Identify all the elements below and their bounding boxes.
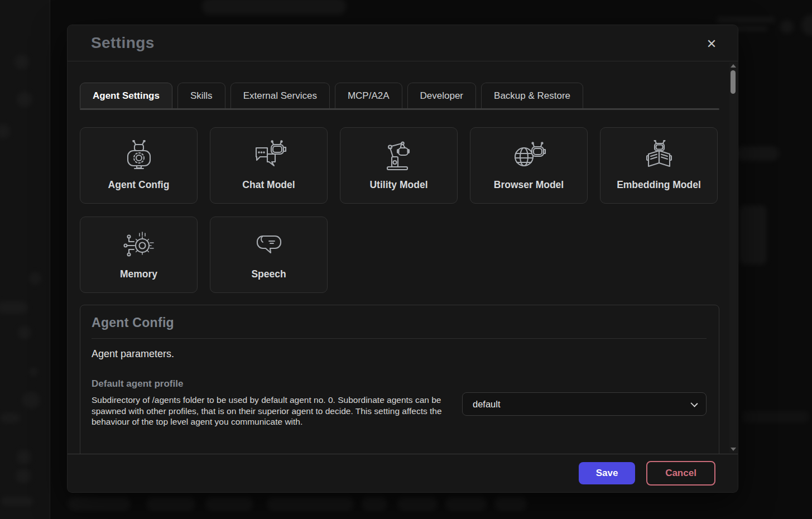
dimmed-chip bbox=[146, 497, 195, 511]
tab-backup-restore[interactable]: Backup & Restore bbox=[481, 83, 583, 108]
globe-robot-icon bbox=[511, 140, 547, 172]
dimmed-topbar-element bbox=[202, 0, 346, 15]
card-speech[interactable]: Speech bbox=[210, 217, 328, 293]
cancel-button[interactable]: Cancel bbox=[646, 461, 715, 486]
agent-config-section: Agent Config Agent parameters. Default a… bbox=[80, 305, 719, 454]
dimmed-chip bbox=[494, 497, 527, 511]
card-label: Agent Config bbox=[108, 179, 170, 191]
modal-scrollbar[interactable] bbox=[729, 63, 737, 453]
dimmed-right-panel bbox=[741, 411, 809, 423]
tab-underline bbox=[80, 108, 719, 110]
tab-mcp-a2a[interactable]: MCP/A2A bbox=[335, 83, 402, 108]
chat-bubbles-robot-icon bbox=[251, 140, 287, 172]
card-label: Memory bbox=[120, 268, 157, 280]
section-subtitle: Agent parameters. bbox=[92, 348, 707, 360]
field-text: Default agent profile Subdirectory of /a… bbox=[92, 378, 460, 427]
card-label: Browser Model bbox=[494, 179, 564, 191]
field-label: Default agent profile bbox=[92, 378, 460, 390]
dimmed-right-pill bbox=[736, 146, 779, 161]
settings-modal: Settings ✕ Agent Settings Skills Externa… bbox=[68, 25, 738, 492]
card-utility-model[interactable]: Utility Model bbox=[340, 127, 458, 204]
section-title: Agent Config bbox=[92, 315, 707, 330]
select-value: default bbox=[473, 399, 501, 410]
modal-title: Settings bbox=[91, 34, 155, 52]
dimmed-chip bbox=[68, 497, 131, 511]
scrollbar-thumb[interactable] bbox=[731, 70, 736, 94]
card-label: Utility Model bbox=[369, 179, 427, 191]
field-control: default bbox=[462, 392, 707, 416]
dimmed-chip bbox=[445, 497, 487, 511]
tab-skills[interactable]: Skills bbox=[177, 83, 225, 108]
settings-category-grid: Agent Config Chat Model bbox=[80, 127, 719, 293]
card-memory[interactable]: Memory bbox=[80, 217, 198, 293]
card-browser-model[interactable]: Browser Model bbox=[470, 127, 588, 204]
modal-footer: Save Cancel bbox=[68, 454, 738, 492]
dimmed-sidebar bbox=[0, 0, 50, 519]
default-agent-profile-field: Default agent profile Subdirectory of /a… bbox=[92, 378, 707, 427]
scroll-up-icon[interactable] bbox=[731, 64, 736, 68]
section-divider bbox=[92, 338, 707, 339]
modal-body: Agent Settings Skills External Services … bbox=[68, 61, 738, 454]
dimmed-right-panel bbox=[739, 205, 767, 265]
dimmed-avatar bbox=[801, 15, 812, 36]
speech-bubble-icon bbox=[251, 229, 287, 262]
circuit-gear-icon bbox=[121, 229, 157, 262]
card-embedding-model[interactable]: Embedding Model bbox=[600, 127, 718, 204]
robot-book-icon bbox=[641, 140, 678, 172]
default-agent-profile-select[interactable]: default bbox=[462, 392, 707, 416]
app-screen: Settings ✕ Agent Settings Skills Externa… bbox=[0, 0, 812, 519]
card-label: Embedding Model bbox=[617, 179, 701, 191]
scroll-down-icon[interactable] bbox=[731, 448, 736, 451]
close-icon[interactable]: ✕ bbox=[702, 34, 721, 53]
tab-external-services[interactable]: External Services bbox=[230, 83, 330, 108]
robot-gear-icon bbox=[121, 140, 157, 172]
robot-arm-icon bbox=[381, 140, 417, 172]
card-label: Chat Model bbox=[242, 179, 295, 191]
dimmed-chip bbox=[397, 497, 438, 511]
card-label: Speech bbox=[251, 268, 286, 280]
dimmed-chip bbox=[205, 497, 253, 511]
tab-agent-settings[interactable]: Agent Settings bbox=[80, 83, 172, 108]
chevron-down-icon bbox=[690, 400, 698, 407]
card-agent-config[interactable]: Agent Config bbox=[80, 127, 198, 204]
save-button[interactable]: Save bbox=[579, 462, 635, 484]
modal-header: Settings ✕ bbox=[68, 25, 738, 61]
dimmed-avatar bbox=[780, 20, 794, 33]
field-description: Subdirectory of /agents folder to be use… bbox=[92, 395, 453, 427]
dimmed-topbar-text bbox=[717, 17, 775, 23]
tab-developer[interactable]: Developer bbox=[407, 83, 477, 108]
dimmed-chip bbox=[362, 497, 387, 511]
card-chat-model[interactable]: Chat Model bbox=[210, 127, 328, 204]
settings-tab-bar: Agent Settings Skills External Services … bbox=[80, 83, 719, 108]
dimmed-chip bbox=[267, 497, 354, 511]
